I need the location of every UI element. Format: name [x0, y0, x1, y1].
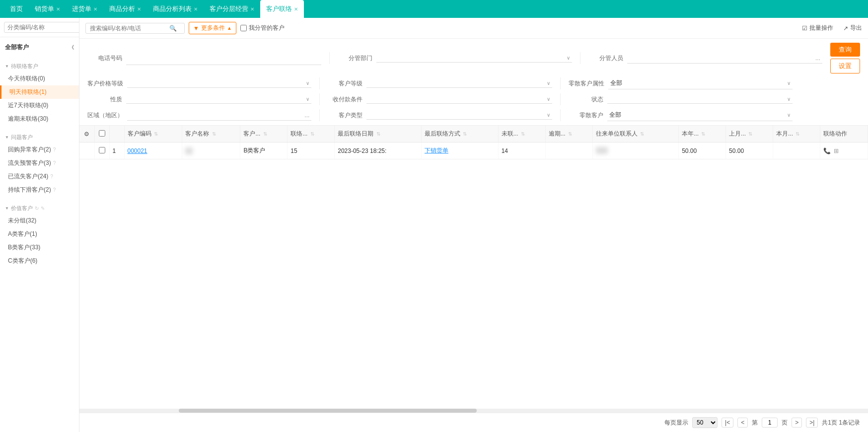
filter-status-select[interactable]: ∨ [607, 95, 793, 104]
nav-close-purchase[interactable]: ✕ [93, 6, 97, 12]
select-all-checkbox[interactable] [99, 130, 105, 137]
nav-close-product-analysis[interactable]: ✕ [137, 6, 141, 12]
filter-manager-dots[interactable]: ... [815, 55, 820, 62]
sidebar-item-churned[interactable]: 已流失客户(24) ? [0, 170, 79, 183]
col-last-date-header[interactable]: 最后联络日期 ⇅ [335, 126, 422, 143]
nav-sales[interactable]: 销货单✕ [29, 0, 66, 18]
sidebar-search-input[interactable] [4, 22, 79, 33]
col-index-header [109, 126, 124, 143]
filter-customer-level-select[interactable]: ∨ [366, 79, 552, 88]
col-this-year-header[interactable]: 本年... ⇅ [679, 126, 726, 143]
settings-icon[interactable]: ⚙ [84, 131, 89, 138]
horizontal-scrollbar-thumb[interactable] [179, 409, 477, 413]
nav-purchase[interactable]: 进货单✕ [66, 0, 103, 18]
nav-close-customer-tier[interactable]: ✕ [250, 6, 254, 12]
col-last-month-header[interactable]: 上月... ⇅ [726, 126, 773, 143]
customer-table: ⚙ 客户编码 ⇅ 客户名称 ⇅ [79, 126, 868, 159]
row-last-contact-method[interactable]: 下销货单 [422, 143, 499, 159]
filter-retail-attr-label: 零散客户属性 [569, 79, 604, 88]
row-no-contact: 14 [498, 143, 545, 159]
nav-close-sales[interactable]: ✕ [56, 6, 60, 12]
sidebar-item-ungroup[interactable]: 未分组(32) [0, 214, 79, 227]
nav-customer-tier[interactable]: 客户分层经营✕ [204, 0, 260, 18]
filter-row-2: 客户价格等级 ∨ 客户等级 ∨ 零散客户属性 [87, 77, 860, 89]
action-more-icon[interactable]: ⊞ [834, 147, 839, 154]
col-type-header[interactable]: 客户... ⇅ [240, 126, 288, 143]
sidebar-group-pending-title[interactable]: 待联络客户 [0, 61, 79, 72]
col-unit-contact-header[interactable]: 往来单位联系人 ⇅ [592, 126, 679, 143]
export-button[interactable]: ↗ 导出 [843, 24, 862, 32]
sidebar-all-customers[interactable]: 全部客户 《 [0, 40, 79, 55]
sidebar-item-class-b[interactable]: B类客户(33) [0, 241, 79, 254]
col-no-contact-header[interactable]: 未联... ⇅ [498, 126, 545, 143]
filter-phone-field[interactable] [128, 53, 319, 63]
col-settings[interactable]: ⚙ [79, 126, 94, 143]
sidebar-item-repurchase-abnormal[interactable]: 回购异常客户(2) ? [0, 143, 79, 156]
sidebar-item-tomorrow[interactable]: 明天待联络(1) [0, 85, 79, 99]
filter-region-dots[interactable]: ... [304, 112, 309, 119]
sidebar-item-class-a[interactable]: A类客户(1) [0, 227, 79, 241]
filter-gender-select[interactable]: ∨ [126, 95, 311, 104]
row-select-checkbox[interactable] [99, 147, 105, 153]
col-checkbox[interactable] [94, 126, 109, 143]
sidebar-item-declining[interactable]: 持续下滑客户(2) ? [0, 183, 79, 197]
sidebar-group-problem-title[interactable]: 问题客户 [0, 132, 79, 143]
next-page-button[interactable]: > [792, 418, 802, 428]
pagination: 每页显示 50 100 200 |< < 第 页 > >| 共1页 1条记录 [79, 413, 868, 432]
query-button[interactable]: 查询 [830, 43, 860, 57]
filter-dept-select[interactable]: ∨ [376, 54, 572, 63]
row-checkbox[interactable] [94, 143, 109, 159]
batch-op-button[interactable]: ☑ 批量操作 [802, 24, 833, 32]
row-code[interactable]: 000021 [124, 143, 182, 159]
nav-home[interactable]: 首页 [4, 0, 29, 18]
filter-manager-select[interactable]: ... [627, 53, 822, 64]
col-last-method-header[interactable]: 最后联络方式 ⇅ [422, 126, 499, 143]
sidebar-item-overdue[interactable]: 逾期未联络(30) [0, 112, 79, 126]
value-edit-icon[interactable]: ✎ [41, 206, 45, 211]
nav-customer-contact[interactable]: 客户联络✕ [260, 0, 304, 18]
row-settings [79, 143, 94, 159]
filter-value-level-select[interactable]: ∨ [127, 79, 311, 88]
sidebar-item-7days[interactable]: 近7天待联络(0) [0, 99, 79, 112]
filter-payment-select[interactable]: ∨ [366, 95, 552, 104]
col-name-header[interactable]: 客户名称 ⇅ [182, 126, 240, 143]
per-page-select[interactable]: 50 100 200 [692, 417, 718, 428]
filter-region-select[interactable]: ... [127, 110, 311, 121]
horizontal-scrollbar-area[interactable] [79, 409, 868, 413]
page-input[interactable] [762, 418, 778, 428]
first-page-button[interactable]: |< [722, 418, 733, 428]
value-refresh-icon[interactable]: ↻ [35, 206, 39, 211]
nav-close-product-analysis-list[interactable]: ✕ [194, 6, 198, 12]
filter-retail-customer-select[interactable]: 全部 ∨ [607, 109, 793, 121]
nav-product-analysis-list[interactable]: 商品分析列表✕ [147, 0, 204, 18]
sidebar-item-class-c[interactable]: C类客户(6) [0, 254, 79, 268]
sidebar-item-churn-warning[interactable]: 流失预警客户(3) ? [0, 156, 79, 170]
my-customers-checkbox-label[interactable]: 我分管的客户 [240, 24, 285, 32]
filter-retail-customer-label: 零散客户 [569, 111, 603, 120]
prev-page-button[interactable]: < [737, 418, 748, 428]
my-customers-checkbox[interactable] [240, 25, 247, 31]
action-phone-icon[interactable]: 📞 [823, 147, 831, 154]
last-page-button[interactable]: >| [806, 418, 818, 428]
filter-retail-attr-select[interactable]: 全部 ∨ [608, 77, 793, 89]
row-name[interactable]: Ea [182, 143, 240, 159]
more-conditions-button[interactable]: ▼ 更多条件 ▲ [189, 22, 236, 34]
search-submit-icon[interactable]: 🔍 [169, 25, 177, 32]
filter-row-4: 区域（地区） ... 客户类型 ∨ 零散客户 [87, 109, 860, 121]
sidebar-item-today[interactable]: 今天待联络(0) [0, 72, 79, 85]
set-button[interactable]: 设置 [830, 59, 860, 73]
search-input[interactable] [90, 25, 169, 32]
filter-customer-type-select[interactable]: ∨ [366, 111, 552, 120]
filter-phone-input[interactable] [126, 52, 321, 65]
filter-dept-label: 分管部门 [338, 54, 372, 63]
nav-product-analysis[interactable]: 商品分析✕ [103, 0, 147, 18]
filter-phone-label: 电话号码 [87, 54, 122, 63]
nav-close-customer-contact[interactable]: ✕ [294, 6, 298, 12]
sidebar-group-value-title[interactable]: 价值客户 ↻ ✎ [0, 203, 79, 214]
sidebar-group-value: 价值客户 ↻ ✎ 未分组(32) A类客户(1) B类客户(33) C类客户(6… [0, 200, 79, 271]
sidebar-group-pending: 待联络客户 今天待联络(0) 明天待联络(1) 近7天待联络(0) 逾期未联络(… [0, 58, 79, 129]
col-code-header[interactable]: 客户编码 ⇅ [124, 126, 182, 143]
col-overdue-header[interactable]: 逾期... ⇅ [545, 126, 592, 143]
col-contacts-header[interactable]: 联络... ⇅ [288, 126, 335, 143]
col-this-month-header[interactable]: 本月... ⇅ [773, 126, 820, 143]
